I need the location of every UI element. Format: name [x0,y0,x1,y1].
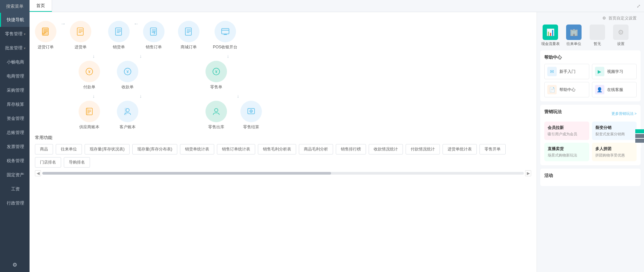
svg-point-38 [215,108,218,112]
func-btn-5[interactable]: 销售订单统计表 [217,144,255,154]
sidebar-item-3[interactable]: 小畅电商 [0,55,30,69]
supplier-icon[interactable] [79,101,100,122]
float-btn-2[interactable]: 桌面快捷 [635,139,644,143]
svg-rect-13 [150,28,156,35]
quick-icon-box-0: 📊 [543,25,558,40]
svg-text:¥: ¥ [88,70,91,74]
sidebar-item-10[interactable]: 税务管理 [0,154,30,168]
pos-icon[interactable] [215,21,236,42]
node-customer-account: 客户账本 [117,101,138,130]
node-purchase-bill: 进货单 [70,21,91,50]
help-item-1[interactable]: ▶视频学习 [592,64,637,79]
func-btn-2[interactable]: 现存量(库存状况表) [85,144,130,154]
func-btn-14[interactable]: 导购排名 [64,157,90,168]
sales-bill-icon[interactable] [108,21,130,42]
quick-icon-label-1: 往来单位 [566,41,581,46]
tab-home[interactable]: 首页 [30,0,52,12]
node-purchase-order: 进货订单 [35,21,56,50]
expand-icon[interactable]: ⤢ [637,3,641,9]
scroll-right-btn[interactable]: ▶ [525,170,531,176]
marketing-item-2[interactable]: 直播卖货场景式购物新玩法 [544,143,589,161]
svg-rect-21 [222,29,229,34]
quick-icon-label-2: 暂无 [594,41,601,46]
purchase-order-icon[interactable] [35,21,56,42]
arrow-1: → [56,21,70,34]
scrollbar-row: ◀ ▶ [35,170,531,176]
customize-link[interactable]: ⚙ 首页自定义设置 [602,15,637,21]
sidebar-item-8[interactable]: 总账管理 [0,126,30,140]
help-label-2: 帮助中心 [559,87,576,93]
quick-icon-3[interactable]: ⚙设置 [611,25,631,46]
search-menu-button[interactable]: 搜索菜单 [0,0,30,13]
sidebar-item-0[interactable]: 快捷导航 [0,13,30,27]
scroll-left-btn[interactable]: ◀ [35,170,41,176]
help-grid: ✉新手入门▶视频学习📄帮助中心👤在线客服 [544,64,637,97]
node-payment: ¥ 付款单 [79,61,100,90]
sales-order-label: 销售订单 [146,44,162,50]
sidebar-item-4[interactable]: 电商管理 [0,69,30,83]
func-btn-1[interactable]: 往来单位 [56,144,82,154]
func-btn-3[interactable]: 现存量(库存分布表) [132,144,177,154]
svg-rect-0 [42,28,48,35]
func-btn-10[interactable]: 付款情况统计 [406,144,440,154]
float-btn-1[interactable]: 服务社区 [635,134,644,138]
svg-rect-5 [77,28,83,35]
func-btn-4[interactable]: 销货单统计表 [180,144,214,154]
func-btn-8[interactable]: 销售排行榜 [336,144,366,154]
float-buttons: 客服热线服务社区桌面快捷 [635,129,644,143]
quick-icon-2[interactable]: 暂无 [587,25,607,46]
purchase-bill-label: 进货单 [75,44,87,50]
func-btn-6[interactable]: 销售毛利分析表 [258,144,296,154]
scrollbar-track[interactable] [42,172,524,175]
sidebar-item-11[interactable]: 固定资产 [0,168,30,182]
svg-text:¥: ¥ [215,70,218,74]
func-btn-12[interactable]: 零售开单 [479,144,506,154]
sidebar-item-2[interactable]: 批发管理▾ [0,41,30,55]
func-btn-11[interactable]: 进货单统计表 [443,144,477,154]
marketing-item-desc-1: 裂变式发展分销商 [595,132,634,137]
retail-outstock-icon[interactable] [205,101,227,122]
receipt-icon[interactable]: ¥ [117,61,138,82]
svg-rect-17 [185,28,191,35]
retail-settle-icon[interactable]: ¥ [240,101,262,122]
settings-button[interactable]: ⚙ [0,258,30,272]
sales-order-icon[interactable] [143,21,165,42]
mall-order-icon[interactable] [178,21,199,42]
sidebar-item-12[interactable]: 工资 [0,182,30,196]
svg-rect-37 [125,108,127,115]
common-functions-title: 常用功能 [35,135,531,141]
help-item-0[interactable]: ✉新手入门 [544,64,589,79]
arrow-2: ← [130,21,143,34]
marketing-item-1[interactable]: 裂变分销裂变式发展分销商 [592,122,637,140]
retail-icon[interactable]: ¥ [205,61,227,82]
help-item-3[interactable]: 👤在线客服 [592,82,637,97]
receipt-label: 收款单 [122,84,134,90]
float-btn-0[interactable]: 客服热线 [635,129,644,133]
func-btn-13[interactable]: 门店排名 [35,157,61,168]
purchase-bill-icon[interactable] [70,21,91,42]
payment-icon[interactable]: ¥ [79,61,100,82]
func-btn-9[interactable]: 收款情况统计 [369,144,403,154]
sidebar-item-1[interactable]: 零售管理▾ [0,27,30,41]
quick-icon-0[interactable]: 📊现金流量表 [540,25,560,46]
sidebar-item-6[interactable]: 库存核算 [0,97,30,111]
func-btn-0[interactable]: 商品 [35,144,53,154]
sidebar-item-5[interactable]: 采购管理 [0,83,30,97]
sidebar-item-9[interactable]: 发票管理 [0,140,30,154]
svg-rect-9 [116,28,122,35]
sales-bill-label: 销货单 [113,44,125,50]
func-btn-7[interactable]: 商品毛利分析 [299,144,333,154]
more-marketing-link[interactable]: 更多营销玩法 > [611,111,637,116]
sidebar-item-7[interactable]: 资金管理 [0,111,30,126]
customer-icon[interactable] [117,101,138,122]
v-arrow-payment: ↓ [93,91,95,101]
marketing-item-3[interactable]: 多人拼团拼团购物享受优惠 [592,143,637,161]
marketing-item-0[interactable]: 会员拉新吸引用户成为会员 [544,122,589,140]
quick-icon-1[interactable]: 🏢往来单位 [564,25,584,46]
mall-order-label: 商城订单 [181,44,197,50]
func-buttons-row1: 商品往来单位现存量(库存状况表)现存量(库存分布表)销货单统计表销售订单统计表销… [35,144,531,168]
help-item-2[interactable]: 📄帮助中心 [544,82,589,97]
help-label-0: 新手入门 [559,69,576,75]
sidebar-item-13[interactable]: 行政管理 [0,196,30,210]
v-arrow-sales: ↓ [140,51,142,61]
